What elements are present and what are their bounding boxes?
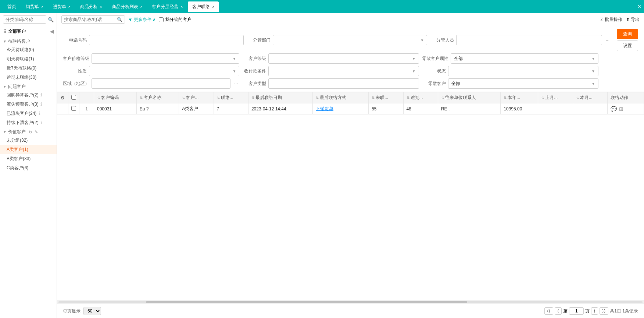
sidebar-item-tomorrow-contact[interactable]: 明天待联络(1) <box>0 54 57 64</box>
scroll-thumb[interactable] <box>146 301 467 303</box>
sidebar-item-b-class[interactable]: B类客户(33) <box>0 154 57 163</box>
sidebar-item-churn-warning[interactable]: 流失预警客户(3) ℹ <box>0 100 57 109</box>
th-contact[interactable]: ⇅联络... <box>214 92 248 103</box>
filter-retail-attr-select[interactable]: 全部 ▼ <box>451 53 598 64</box>
page-label: 第 <box>563 308 568 314</box>
th-check[interactable] <box>68 92 79 103</box>
row-code: 000031 <box>97 106 112 112</box>
sidebar-item-today-contact[interactable]: 今天待联络(0) <box>0 45 57 54</box>
more-filter-btn[interactable]: ▼ 更多条件 ∧ <box>128 17 156 23</box>
filter-dept-select[interactable]: ▼ <box>273 35 427 45</box>
close-all-tabs[interactable]: × <box>638 3 641 10</box>
person-dots-btn[interactable]: ··· <box>604 38 611 43</box>
th-customer-type[interactable]: ⇅客户... <box>179 92 214 103</box>
th-last-date[interactable]: ⇅最后联络日期 <box>248 92 312 103</box>
edit-icon[interactable]: ✎ <box>35 130 38 135</box>
sidebar-item-7day-contact[interactable]: 近7天待联络(0) <box>0 64 57 73</box>
next-page-btn[interactable]: ⟩ <box>591 307 598 315</box>
export-btn[interactable]: ⬆ 导出 <box>626 17 640 23</box>
th-year-amount[interactable]: ⇅本年... <box>501 92 538 103</box>
filter-retail-attr-label: 零散客户属性 <box>422 56 448 62</box>
filter-customer-grade-select[interactable]: ▼ <box>268 53 419 64</box>
region-dots-btn[interactable]: ··· <box>233 81 239 86</box>
th-this-month[interactable]: ⇅本月... <box>573 92 607 103</box>
toolbar-search-icon[interactable]: 🔍 <box>117 17 122 22</box>
qr-action-icon[interactable]: ⊞ <box>619 106 623 112</box>
th-overdue[interactable]: ⇅逾期... <box>403 92 438 103</box>
col-action-label: 联络动作 <box>611 95 628 100</box>
sidebar-search-input[interactable] <box>3 15 46 24</box>
tab-customer-contact[interactable]: 客户联络 × <box>188 1 219 12</box>
close-product-analysis-list-tab[interactable]: × <box>140 5 143 9</box>
sidebar-item-c-class[interactable]: C类客户(6) <box>0 163 57 173</box>
filter-phone-input[interactable] <box>89 35 244 45</box>
bulk-op-btn[interactable]: ☑ 批量操作 <box>600 17 622 23</box>
sidebar-item-unclassified[interactable]: 未分组(32) <box>0 136 57 145</box>
sidebar-item-churned[interactable]: 已流失客户(24) ℹ <box>0 109 57 118</box>
sidebar-item-overdue-contact[interactable]: 逾期未联络(30) <box>0 73 57 82</box>
col-unit-contact-label: 往来单位联系人 <box>445 95 476 100</box>
sidebar-item-a-class[interactable]: A类客户(1) <box>0 145 57 154</box>
page-number-input[interactable] <box>569 307 584 315</box>
close-customer-contact-tab[interactable]: × <box>212 5 214 9</box>
filter-payment-select[interactable]: ▼ <box>268 66 419 76</box>
value-customer-group[interactable]: ▼ 价值客户 ↻ ✎ <box>0 127 57 136</box>
select-all-checkbox[interactable] <box>71 95 76 100</box>
close-sales-tab[interactable]: × <box>41 5 43 9</box>
info-icon: ℹ <box>40 92 42 98</box>
th-action: 联络动作 <box>608 92 644 103</box>
th-unit-contact[interactable]: ⇅往来单位联系人 <box>438 92 500 103</box>
last-page-btn[interactable]: ⟩⟩ <box>600 307 608 315</box>
tab-sales[interactable]: 销货单 × <box>21 1 48 12</box>
unclassified-label: 未分组(32) <box>7 138 28 143</box>
row-checkbox[interactable] <box>71 106 76 111</box>
c-class-label: C类客户(6) <box>7 165 28 170</box>
filter-person-input[interactable] <box>456 35 602 45</box>
tab-customer-layer[interactable]: 客户分层经营 × <box>147 1 187 12</box>
horizontal-scrollbar[interactable] <box>57 300 644 304</box>
th-customer-name[interactable]: ⇅客户名称 <box>136 92 179 103</box>
filter-status-select[interactable]: ▼ <box>448 66 598 76</box>
col-contact-label: 联络... <box>221 95 233 100</box>
td-check[interactable] <box>68 103 79 114</box>
th-last-month[interactable]: ⇅上月... <box>538 92 573 103</box>
my-customers-checkbox[interactable] <box>159 17 164 22</box>
close-purchase-tab[interactable]: × <box>68 5 71 9</box>
filter-retail-label: 零散客户 <box>422 81 446 87</box>
first-page-btn[interactable]: ⟨⟨ <box>544 307 553 315</box>
tab-product-analysis[interactable]: 商品分析 × <box>76 1 107 12</box>
page-size-select[interactable]: 50 <box>83 307 101 315</box>
tab-purchase[interactable]: 进货单 × <box>49 1 75 12</box>
setting-button[interactable]: 设置 <box>617 40 638 51</box>
collapse-sidebar-btn[interactable]: ◀ <box>50 29 54 34</box>
th-last-method[interactable]: ⇅最后联络方式 <box>313 92 369 103</box>
refresh-icon[interactable]: ↻ <box>29 130 32 135</box>
table-container: ⚙ ⇅客户编码 ⇅客户名称 ⇅客户... ⇅联络... ⇅最后联络日期 ⇅最后联… <box>57 92 644 300</box>
sidebar-item-declining[interactable]: 持续下滑客户(2) ℹ <box>0 118 57 127</box>
tab-home[interactable]: 首页 <box>3 1 21 12</box>
row-last-method[interactable]: 下销货单 <box>316 106 333 111</box>
filter-customer-type-input[interactable] <box>268 78 419 89</box>
sidebar-search-icon[interactable]: 🔍 <box>48 17 54 22</box>
filter-nature-select[interactable]: ▼ <box>89 66 239 76</box>
filter-retail-select[interactable]: 全部 ▼ <box>448 78 598 89</box>
prev-page-btn[interactable]: ⟨ <box>555 307 562 315</box>
toolbar-search-input[interactable] <box>64 17 115 22</box>
close-product-analysis-tab[interactable]: × <box>100 5 102 9</box>
sort-icon-unit-contact: ⇅ <box>441 96 444 100</box>
sidebar-item-repeat-abnormal[interactable]: 回购异常客户(2) ℹ <box>0 91 57 100</box>
message-action-icon[interactable]: 💬 <box>611 106 617 112</box>
query-button[interactable]: 查询 <box>617 29 638 39</box>
filter-price-grade-select[interactable]: ▼ <box>92 53 239 64</box>
all-customers-header[interactable]: ⠿ 全部客户 ◀ <box>0 26 57 37</box>
tab-product-analysis-list[interactable]: 商品分析列表 × <box>107 1 147 12</box>
problem-customer-group[interactable]: ▼ 问题客户 <box>0 82 57 91</box>
my-customers-checkbox-container[interactable]: 我分管的客户 <box>159 17 192 23</box>
th-gear[interactable]: ⚙ <box>57 92 68 103</box>
filter-region-input[interactable] <box>92 78 230 89</box>
th-customer-code[interactable]: ⇅客户编码 <box>94 92 137 103</box>
th-no-contact[interactable]: ⇅未联... <box>369 92 403 103</box>
close-customer-layer-tab[interactable]: × <box>180 5 183 9</box>
pending-contact-group[interactable]: ▼ 待联络客户 <box>0 37 57 45</box>
filter-actions: 查询 设置 <box>617 29 638 51</box>
